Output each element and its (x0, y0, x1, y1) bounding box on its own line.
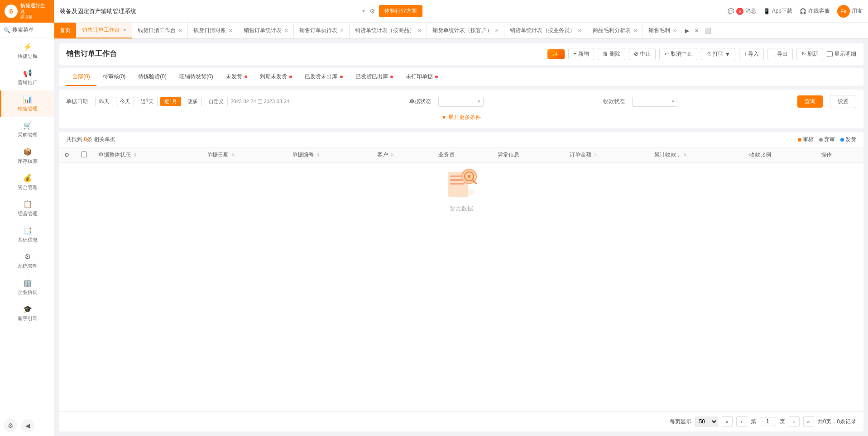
main-area: 装备及固定资产辅助管理系统 ▼ ⚙ 体验行业方案 💬 6 消息 📱 App下载 … (54, 0, 868, 436)
tab-sales-order[interactable]: 销售订单工作台 ✕ (77, 23, 132, 38)
customer-sort-icon[interactable]: ⇅ (390, 152, 394, 157)
sidebar-item-quick-nav[interactable]: ⚡ 快捷导航 (0, 38, 54, 64)
header-settings-icon[interactable]: ⚙ (369, 8, 375, 15)
app-download-btn[interactable]: 📱 App下载 (763, 7, 792, 15)
sidebar-collapse-btn[interactable]: ◀ (21, 419, 34, 432)
tab-sales-by-staff[interactable]: 销货单统计表（按业务员） ✕ (504, 23, 587, 38)
sidebar-item-guide[interactable]: 🎓 新手引导 (0, 300, 54, 327)
sidebar-item-inventory[interactable]: 📦 库存核算 (0, 143, 54, 169)
status-sort-icon[interactable]: ⇅ (133, 152, 137, 157)
sidebar-item-finance[interactable]: 💰 资金管理 (0, 169, 54, 195)
sidebar-item-sales[interactable]: 📊 销售管理 (0, 90, 54, 117)
number-sort-icon[interactable]: ⇅ (316, 152, 320, 157)
tab-close-sales-profit[interactable]: ✕ (673, 28, 676, 33)
filter-tab-unprinted[interactable]: 未打印单据 (399, 68, 444, 86)
tab-home[interactable]: 首页 (54, 23, 77, 38)
inventory-icon: 📦 (23, 147, 32, 156)
payment-select[interactable] (632, 97, 677, 107)
sidebar-item-search[interactable]: 🔍 搜索菜单 (0, 23, 54, 38)
star-icon: ✨ (552, 51, 559, 57)
tab-sales-by-cust[interactable]: 销货单统计表（按客户） ✕ (427, 23, 504, 38)
filter-tab-pending-inspect[interactable]: 待拣验货(0) (132, 68, 173, 86)
page-prev-btn[interactable]: ‹ (736, 416, 747, 427)
tab-close-sales-stat[interactable]: ✕ (284, 28, 288, 33)
page-next-btn[interactable]: › (789, 416, 800, 427)
logo-area: 6 畅捷通好生意 标准版 (0, 0, 54, 23)
filter-tab-expired-unshipped[interactable]: 到期未发货 (254, 68, 298, 86)
date-sort-icon[interactable]: ⇅ (231, 152, 235, 157)
page-actions: ✨ + 新增 🗑 删除 ⊘ 中止 ↩ 取消中止 🖨 打印 ▼ ↑ 导入 ↓ 导出… (547, 48, 856, 60)
filter-tab-unshipped[interactable]: 未发货 (220, 68, 254, 86)
tab-more-btn[interactable]: ▶ (682, 23, 692, 38)
tab-close-all-btn[interactable]: ✕ (692, 23, 702, 38)
tab-sales-profit[interactable]: 销售毛利 ✕ (643, 23, 682, 38)
date-btn-more[interactable]: 更多 (184, 97, 202, 106)
cancel-stop-button[interactable]: ↩ 取消中止 (659, 48, 697, 60)
tab-sales-by-prod[interactable]: 销货单统计表（按商品） ✕ (350, 23, 427, 38)
table-scroll[interactable]: ⚙ 单据整体状态 ⇅ 单据日期 ⇅ (59, 147, 863, 411)
sidebar-item-system[interactable]: ⚙ 系统管理 (0, 248, 54, 274)
sidebar-item-basic-info[interactable]: 📑 基础信息 (0, 222, 54, 248)
query-button[interactable]: 查询 (797, 95, 823, 108)
cancel-review-action-btn[interactable]: 弃审 (819, 136, 835, 143)
expand-filter-button[interactable]: ▼ 展开更多条件 (438, 112, 485, 123)
tab-close-sales-order[interactable]: ✕ (123, 28, 126, 33)
filter-tab-shipped-out[interactable]: 已发货已出库 (349, 68, 399, 86)
tab-close-sales-exec[interactable]: ✕ (340, 28, 344, 33)
page-first-btn[interactable]: « (722, 416, 733, 427)
sidebar-settings-btn[interactable]: ⚙ (4, 419, 17, 432)
tab-cash-daily[interactable]: 钱货日清工作台 ✕ (132, 23, 188, 38)
tab-cash-reconcile[interactable]: 钱货日清对账 ✕ (188, 23, 238, 38)
user-profile-btn[interactable]: Ea 用友 (837, 5, 863, 18)
page-number-input[interactable] (760, 417, 776, 426)
filter-settings-button[interactable]: 设置 (830, 95, 856, 108)
show-detail-checkbox[interactable]: 显示明细 (827, 50, 856, 58)
delete-button[interactable]: 🗑 删除 (598, 48, 625, 60)
import-button[interactable]: ↑ 导入 (739, 48, 764, 60)
date-btn-7days[interactable]: 近7天 (137, 97, 158, 106)
filter-tab-all[interactable]: 全部(0) (66, 68, 96, 86)
select-all-checkbox[interactable] (81, 152, 87, 157)
export-button[interactable]: ↓ 导出 (767, 48, 792, 60)
amount-sort-icon[interactable]: ⇅ (594, 152, 597, 157)
date-btn-today[interactable]: 今天 (116, 97, 134, 106)
tab-maximize-btn[interactable]: ⬜ (702, 23, 714, 38)
collected-sort-icon[interactable]: ⇅ (683, 152, 687, 157)
sidebar-item-enterprise[interactable]: 🏢 企业协同 (0, 274, 54, 300)
tab-close-sales-by-staff[interactable]: ✕ (578, 28, 581, 33)
new-button[interactable]: + 新增 (568, 48, 594, 60)
column-settings-icon[interactable]: ⚙ (64, 152, 69, 158)
ai-generate-button[interactable]: ✨ (547, 49, 565, 59)
page-last-btn[interactable]: » (803, 416, 814, 427)
print-button[interactable]: 🖨 打印 ▼ (701, 48, 735, 60)
page-size-select[interactable]: 10 20 50 100 (695, 417, 718, 427)
filter-tab-shipped-in-transit[interactable]: 已发货未出库 (298, 68, 349, 86)
industry-solution-button[interactable]: 体验行业方案 (379, 5, 422, 17)
tab-close-gross-margin[interactable]: ✕ (633, 28, 637, 33)
filter-tab-wangpu[interactable]: 旺铺待发货(0) (173, 68, 220, 86)
review-action-btn[interactable]: 审核 (798, 136, 814, 143)
sidebar-item-marketing[interactable]: 📢 营销推广 (0, 64, 54, 90)
th-checkbox (75, 147, 93, 163)
tab-sales-exec[interactable]: 销售订单执行表 ✕ (294, 23, 350, 38)
tab-gross-margin[interactable]: 商品毛利分析表 ✕ (587, 23, 643, 38)
stop-button[interactable]: ⊘ 中止 (629, 48, 656, 60)
message-btn[interactable]: 💬 6 消息 (728, 7, 756, 15)
date-btn-yesterday[interactable]: 昨天 (95, 97, 113, 106)
status-select[interactable] (438, 97, 484, 107)
show-detail-input[interactable] (827, 51, 833, 57)
refresh-button[interactable]: ↻ 刷新 (796, 48, 823, 60)
tab-close-sales-by-prod[interactable]: ✕ (417, 28, 421, 33)
ship-action-btn[interactable]: 发货 (840, 136, 856, 143)
tab-close-sales-by-cust[interactable]: ✕ (495, 28, 499, 33)
date-btn-1month[interactable]: 近1月 (160, 97, 181, 106)
th-amount: 订单金额 ⇅ (564, 147, 649, 163)
sidebar-item-operations[interactable]: 📋 经营管理 (0, 195, 54, 222)
online-support-btn[interactable]: 🎧 在线客服 (800, 7, 830, 15)
tab-sales-stat[interactable]: 销售订单统计表 ✕ (238, 23, 294, 38)
sidebar-item-purchase[interactable]: 🛒 采购管理 (0, 117, 54, 143)
tab-close-cash-reconcile[interactable]: ✕ (229, 28, 232, 33)
tab-close-cash-daily[interactable]: ✕ (178, 28, 182, 33)
date-btn-custom[interactable]: 自定义 (205, 97, 228, 106)
filter-tab-pending-review[interactable]: 待审核(0) (96, 68, 132, 86)
